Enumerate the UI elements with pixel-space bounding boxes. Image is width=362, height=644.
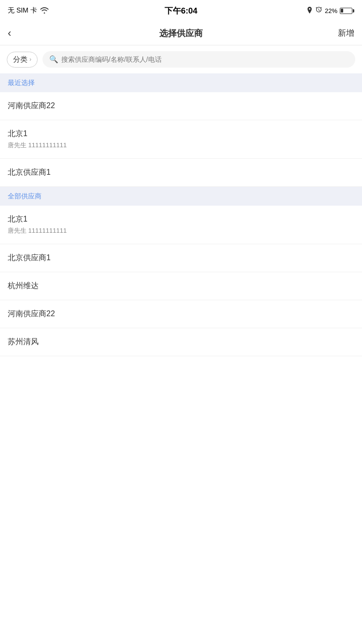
- add-button[interactable]: 新增: [338, 28, 354, 39]
- recent-list-item[interactable]: 北京供应商1: [0, 159, 362, 187]
- item-name: 河南供应商22: [8, 309, 354, 319]
- item-name: 北京1: [8, 129, 354, 139]
- back-button[interactable]: ‹: [8, 23, 15, 43]
- category-label: 分类: [13, 55, 28, 64]
- search-icon: 🔍: [49, 55, 58, 64]
- search-bar: 分类 › 🔍: [0, 45, 362, 73]
- all-list-item[interactable]: 北京供应商1: [0, 244, 362, 272]
- chevron-right-icon: ›: [29, 56, 31, 63]
- recent-section-header: 最近选择: [0, 73, 362, 92]
- item-name: 杭州维达: [8, 281, 354, 291]
- status-time: 下午6:04: [165, 5, 197, 16]
- recent-list-item[interactable]: 北京1唐先生 11111111111: [0, 120, 362, 159]
- alarm-icon: [315, 6, 322, 15]
- all-items-list: 北京1唐先生 11111111111北京供应商1杭州维达河南供应商22苏州清风: [0, 206, 362, 356]
- search-wrapper: 🔍: [42, 51, 355, 68]
- all-section-label: 全部供应商: [8, 192, 42, 200]
- recent-list-item[interactable]: 河南供应商22: [0, 92, 362, 120]
- all-list-item[interactable]: 河南供应商22: [0, 300, 362, 328]
- item-name: 苏州清风: [8, 337, 354, 347]
- all-list-item[interactable]: 杭州维达: [0, 272, 362, 300]
- page-title: 选择供应商: [159, 28, 203, 39]
- nav-bar: ‹ 选择供应商 新增: [0, 21, 362, 45]
- location-icon: [306, 7, 313, 15]
- all-section-header: 全部供应商: [0, 187, 362, 206]
- battery-percent: 22%: [325, 7, 337, 14]
- carrier-label: 无 SIM 卡: [8, 6, 37, 15]
- recent-items-list: 河南供应商22北京1唐先生 11111111111北京供应商1: [0, 92, 362, 187]
- wifi-icon: [40, 7, 49, 15]
- status-bar: 无 SIM 卡 下午6:04 22%: [0, 0, 362, 21]
- battery-icon: [340, 8, 354, 14]
- all-list-item[interactable]: 苏州清风: [0, 328, 362, 356]
- search-input[interactable]: [61, 56, 348, 63]
- item-sub: 唐先生 11111111111: [8, 226, 354, 235]
- all-list-item[interactable]: 北京1唐先生 11111111111: [0, 206, 362, 244]
- item-sub: 唐先生 11111111111: [8, 141, 354, 150]
- status-left: 无 SIM 卡: [8, 6, 49, 15]
- item-name: 北京供应商1: [8, 253, 354, 263]
- item-name: 河南供应商22: [8, 101, 354, 111]
- item-name: 北京供应商1: [8, 168, 354, 178]
- category-button[interactable]: 分类 ›: [7, 52, 38, 68]
- recent-section-label: 最近选择: [8, 79, 35, 86]
- status-right: 22%: [306, 6, 354, 15]
- item-name: 北京1: [8, 214, 354, 224]
